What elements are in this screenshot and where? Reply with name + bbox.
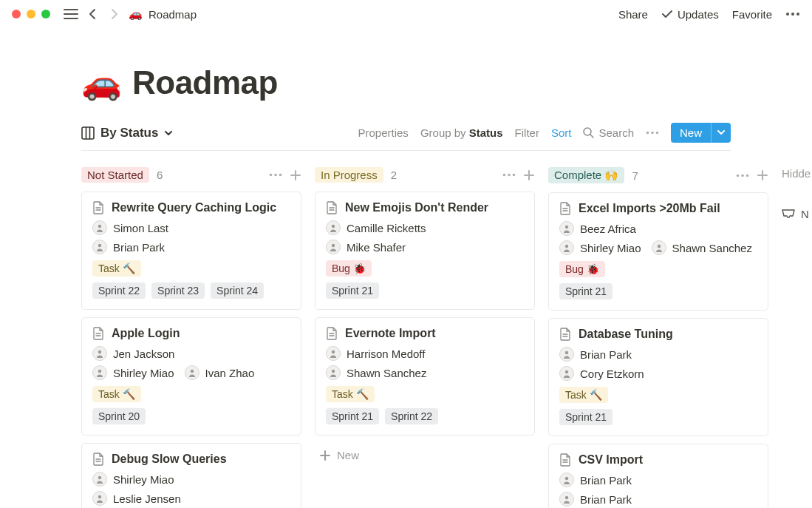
back-button[interactable] [87,8,99,20]
person-row: Cory Etzkorn [559,366,757,381]
column-status-pill[interactable]: Complete 🙌 [548,167,624,183]
board-card[interactable]: New Emojis Don't RenderCamille RickettsM… [315,192,535,310]
svg-point-8 [270,174,273,177]
svg-point-25 [737,174,740,177]
page-doc-icon [559,328,571,341]
favorite-button[interactable]: Favorite [732,8,772,21]
breadcrumb[interactable]: 🚗 Roadmap [129,7,197,21]
menu-icon[interactable] [64,8,78,20]
checkmark-icon [661,8,673,20]
column-header: Not Started6 [81,164,301,192]
person-row: Shirley Miao [92,472,290,487]
column-more-icon[interactable] [269,173,282,177]
search-icon [583,127,594,138]
svg-point-26 [741,174,744,177]
column-add-icon[interactable] [757,169,768,181]
svg-point-13 [98,350,101,353]
svg-point-14 [98,370,101,373]
page-header: 🚗 Roadmap [0,28,812,109]
share-button[interactable]: Share [618,8,648,21]
person-name: Shirley Miao [113,367,174,379]
column-status-pill[interactable]: Not Started [81,167,149,183]
updates-button[interactable]: Updates [661,8,719,21]
more-menu-icon[interactable] [785,12,800,16]
person: Shirley Miao [92,472,174,487]
page-title[interactable]: Roadmap [132,64,278,101]
svg-point-11 [98,225,101,228]
groupby-prefix: Group by [420,126,469,139]
search-label: Search [598,126,634,139]
column-status-pill[interactable]: In Progress [315,167,383,183]
column-more-icon[interactable] [736,174,749,177]
close-window-icon[interactable] [12,10,21,18]
avatar [326,365,341,380]
view-switcher[interactable]: By Status [81,126,173,140]
board-card[interactable]: Apple LoginJen JacksonShirley MiaoIvan Z… [81,317,301,436]
person-name: Shirley Miao [580,242,641,254]
toolbar-more-icon[interactable] [646,131,659,135]
type-tag: Bug 🐞 [326,260,372,277]
inbox-item[interactable]: N [782,208,812,220]
avatar [559,221,574,236]
svg-point-1 [791,13,794,16]
person-row: Shawn Sanchez [326,365,524,380]
page-doc-icon [559,453,571,467]
column-add-icon[interactable] [290,169,301,181]
board-card[interactable]: Debug Slow QueriesShirley MiaoLeslie Jen… [81,443,301,508]
sort-button[interactable]: Sort [551,126,572,139]
properties-button[interactable]: Properties [358,126,409,139]
view-label: By Status [100,126,158,140]
updates-label: Updates [678,8,719,21]
board-card[interactable]: Evernote ImportHarrison MedoffShawn Sanc… [315,317,535,436]
new-button[interactable]: New [671,123,731,143]
svg-point-9 [274,174,277,177]
column-header: Complete 🙌7 [548,164,768,192]
column-more-icon[interactable] [502,173,516,177]
person-name: Shawn Sanchez [672,242,752,254]
avatar [92,346,107,361]
group-by-button[interactable]: Group by Status [420,126,503,139]
person: Brian Park [92,240,165,254]
add-card-button[interactable]: New [315,443,535,467]
person-name: Mike Shafer [347,241,406,254]
sprint-tag: Sprint 22 [92,282,146,299]
sprint-tag: Sprint 21 [559,409,613,425]
type-tag: Task 🔨 [92,260,141,277]
page-icon[interactable]: 🚗 [81,64,122,102]
board-card[interactable]: Database TuningBrian ParkCory EtzkornTas… [548,318,768,436]
board-view-icon [81,126,95,140]
page-doc-icon [559,202,571,215]
person-name: Leslie Jensen [113,492,181,505]
board-column: In Progress2New Emojis Don't RenderCamil… [315,164,535,508]
new-button-dropdown[interactable] [711,123,731,143]
search-button[interactable]: Search [583,126,634,139]
board-card[interactable]: CSV ImportBrian ParkBrian Park [548,444,768,508]
avatar [652,240,666,255]
page-doc-icon [92,453,104,466]
svg-point-33 [565,477,568,480]
card-title: Evernote Import [345,327,436,340]
board-card[interactable]: Rewrite Query Caching LogicSimon LastBri… [81,192,301,310]
column-add-icon[interactable] [523,169,535,181]
card-people: Brian ParkBrian Park [559,473,757,507]
card-title: Database Tuning [579,328,673,341]
hidden-column[interactable]: HiddeN [782,164,812,508]
type-tag: Bug 🐞 [559,261,605,277]
person-name: Jen Jackson [113,348,174,360]
person: Brian Park [559,473,632,487]
card-tags: Bug 🐞 [326,260,524,277]
type-tag: Task 🔨 [559,387,608,403]
avatar [559,347,574,362]
avatar [185,365,199,380]
avatar [92,491,107,506]
fullscreen-window-icon[interactable] [41,10,50,18]
svg-point-24 [332,370,335,373]
column-count: 7 [632,169,638,182]
board-card[interactable]: Excel Imports >20Mb FailBeez AfricaShirl… [548,192,768,311]
person: Mike Shafer [326,240,406,254]
chevron-down-icon [164,130,173,136]
person-name: Harrison Medoff [347,348,425,360]
person-row: Brian Park [559,347,757,362]
minimize-window-icon[interactable] [27,10,35,18]
filter-button[interactable]: Filter [515,126,539,139]
